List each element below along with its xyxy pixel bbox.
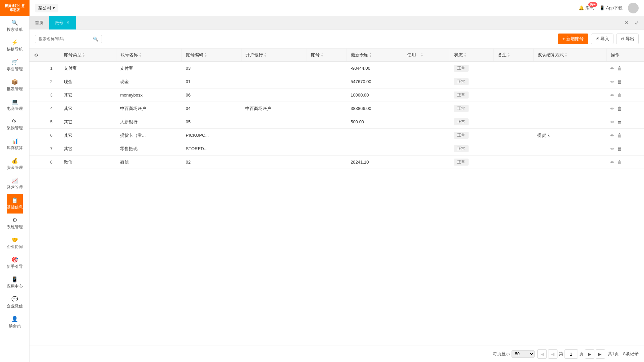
sidebar-item-企业微信[interactable]: 💬企业微信	[7, 293, 23, 312]
sidebar-icon: 🛍	[12, 118, 17, 124]
row-status: 正常	[450, 115, 493, 129]
message-button[interactable]: 🔔 消息 99+	[579, 5, 594, 11]
row-code: PICKUPC...	[182, 129, 241, 142]
row-remark	[493, 115, 533, 129]
delete-button[interactable]: 🗑	[617, 93, 622, 98]
tab-label: 账号	[55, 20, 63, 26]
sidebar-item-库存核算[interactable]: 📊库存核算	[7, 134, 23, 154]
th-usage[interactable]: 使用...▲▼	[403, 49, 450, 62]
search-input[interactable]	[39, 37, 91, 41]
first-page-button[interactable]: |◀	[537, 349, 547, 359]
add-account-button[interactable]: + 新增账号	[558, 34, 588, 44]
sidebar-icon: 🤝	[11, 237, 18, 243]
table-row: 5 其它 大新银行 05 500.00 正常 ✏ 🗑	[30, 115, 644, 129]
tab-账号[interactable]: 账号✕	[49, 16, 76, 29]
row-remark	[493, 102, 533, 115]
next-page-button[interactable]: ▶	[585, 349, 594, 359]
row-balance: 28241.10	[346, 156, 403, 169]
sidebar-item-搜索菜单[interactable]: 🔍搜索菜单	[7, 16, 23, 36]
delete-button[interactable]: 🗑	[617, 119, 622, 125]
sidebar-icon: 🔍	[11, 19, 18, 26]
sidebar-item-新手引导[interactable]: 🎯新手引导	[7, 253, 23, 273]
sidebar-item-畅会员[interactable]: 👤畅会员	[7, 312, 23, 332]
row-usage	[403, 142, 450, 156]
edit-button[interactable]: ✏	[610, 66, 614, 71]
table-container: ⚙ 账号类型▲▼ 账号名称▲▼ 账号编码▲▼ 开户银行▲▼ 账号▲▼ 最新余额▲…	[30, 49, 644, 346]
edit-button[interactable]: ✏	[610, 160, 614, 165]
prev-page-button[interactable]: ◀	[548, 349, 557, 359]
row-index: 7	[43, 142, 60, 156]
sidebar-item-资金管理[interactable]: 💰资金管理	[7, 154, 23, 174]
sidebar-item-应用中心[interactable]: 📱应用中心	[7, 273, 23, 293]
sidebar-item-采购管理[interactable]: 🛍采购管理	[7, 115, 23, 134]
th-default-payment[interactable]: 默认结算方式▲▼	[533, 49, 606, 62]
import-button[interactable]: ↺ 导入	[591, 34, 613, 44]
sidebar-item-电商管理[interactable]: 💻电商管理	[7, 95, 23, 115]
edit-button[interactable]: ✏	[610, 133, 614, 138]
sidebar-item-批发管理[interactable]: 📦批发管理	[7, 75, 23, 95]
sidebar-icon: ⚡	[11, 39, 18, 46]
logo-text: 畅捷通好生意	[5, 4, 25, 8]
sort-icon: ▲▼	[565, 52, 568, 58]
edit-button[interactable]: ✏	[610, 119, 614, 125]
tab-close-button[interactable]: ✕	[65, 20, 70, 25]
maximize-button[interactable]: ⤢	[632, 18, 641, 27]
last-page-button[interactable]: ▶|	[596, 349, 605, 359]
row-balance: -90444.00	[346, 62, 403, 75]
sidebar: 畅捷通好生意 乐惠版 🔍搜索菜单⚡快捷导航🛒零售管理📦批发管理💻电商管理🛍采购管…	[0, 0, 30, 362]
header-right: 🔔 消息 99+ 📱 App下载	[579, 3, 639, 13]
th-remark[interactable]: 备注▲▼	[493, 49, 533, 62]
bell-icon: 🔔	[579, 5, 584, 10]
sidebar-item-label: 批发管理	[7, 86, 23, 92]
delete-button[interactable]: 🗑	[617, 66, 622, 71]
sort-icon: ▲▼	[264, 52, 267, 58]
export-button[interactable]: ↺ 导出	[616, 34, 639, 44]
company-dropdown[interactable]: 某公司 ▾	[35, 4, 58, 12]
sidebar-item-企业协同[interactable]: 🤝企业协同	[7, 233, 23, 253]
delete-button[interactable]: 🗑	[617, 160, 622, 165]
tab-actions: ✕ ⤢	[622, 18, 644, 27]
th-type[interactable]: 账号类型▲▼	[60, 49, 116, 62]
app-download-button[interactable]: 📱 App下载	[599, 5, 623, 11]
close-tab-button[interactable]: ✕	[622, 18, 631, 27]
row-actions: ✏ 🗑	[606, 88, 644, 102]
th-code[interactable]: 账号编码▲▼	[182, 49, 241, 62]
row-account	[307, 129, 347, 142]
th-account[interactable]: 账号▲▼	[307, 49, 347, 62]
sidebar-item-label: 企业协同	[7, 244, 23, 250]
th-settings[interactable]: ⚙	[30, 49, 43, 62]
header-left: 某公司 ▾	[35, 4, 58, 12]
row-bank	[241, 156, 307, 169]
sidebar-icon: 💬	[11, 296, 18, 302]
avatar[interactable]	[628, 3, 639, 13]
sidebar-item-经营管理[interactable]: 📈经营管理	[7, 174, 23, 194]
per-page-select[interactable]: 50 20 100	[512, 350, 535, 358]
delete-button[interactable]: 🗑	[617, 106, 622, 111]
sidebar-item-基础信息[interactable]: 📋基础信息	[7, 194, 23, 214]
delete-button[interactable]: 🗑	[617, 146, 622, 152]
row-select	[30, 75, 43, 88]
row-select	[30, 129, 43, 142]
status-badge: 正常	[454, 159, 469, 166]
edit-button[interactable]: ✏	[610, 93, 614, 98]
toolbar: 🔍 + 新增账号 ↺ 导入 ↺ 导出	[30, 29, 644, 49]
th-bank[interactable]: 开户银行▲▼	[241, 49, 307, 62]
row-remark	[493, 156, 533, 169]
sidebar-item-系统管理[interactable]: ⚙系统管理	[7, 214, 23, 233]
search-box[interactable]: 🔍	[35, 35, 102, 43]
row-select	[30, 102, 43, 115]
tab-首页[interactable]: 首页	[30, 16, 49, 29]
th-status[interactable]: 状态▲▼	[450, 49, 493, 62]
page-number-input[interactable]	[565, 349, 578, 359]
delete-button[interactable]: 🗑	[617, 133, 622, 138]
edit-button[interactable]: ✏	[610, 106, 614, 111]
th-name[interactable]: 账号名称▲▼	[116, 49, 181, 62]
sidebar-item-零售管理[interactable]: 🛒零售管理	[7, 56, 23, 75]
sidebar-item-快捷导航[interactable]: ⚡快捷导航	[7, 36, 23, 56]
edit-button[interactable]: ✏	[610, 146, 614, 152]
table-row: 3 其它 moneybosx 06 10000.00 正常 ✏ 🗑	[30, 88, 644, 102]
th-balance[interactable]: 最新余额▲▼	[346, 49, 403, 62]
edit-button[interactable]: ✏	[610, 79, 614, 84]
row-usage	[403, 129, 450, 142]
delete-button[interactable]: 🗑	[617, 79, 622, 84]
